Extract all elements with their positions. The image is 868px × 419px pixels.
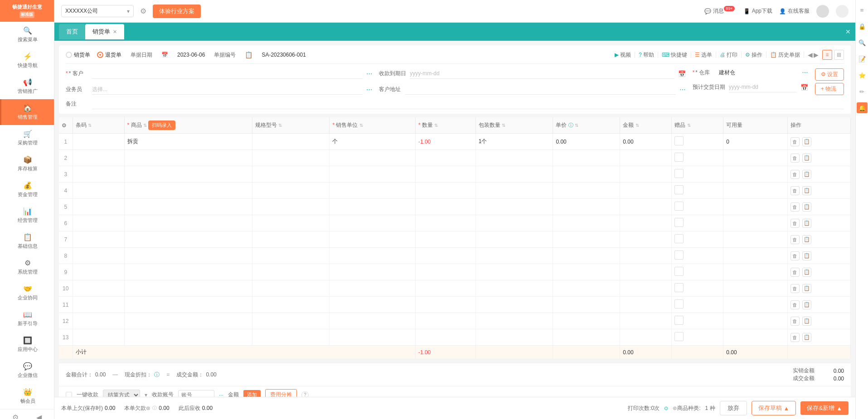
settings-icon[interactable]: ⚙ bbox=[12, 413, 19, 419]
list-view-btn[interactable]: ≡ bbox=[822, 50, 832, 60]
logistics-button[interactable]: + 物流 bbox=[815, 83, 844, 95]
next-btn[interactable]: ▶ bbox=[814, 51, 819, 58]
tab-close-icon[interactable]: ✕ bbox=[113, 29, 117, 35]
delete-row-icon[interactable]: 🗑 bbox=[790, 317, 800, 326]
delete-row-icon[interactable]: 🗑 bbox=[790, 202, 800, 212]
copy-row-icon[interactable]: 📋 bbox=[802, 235, 811, 244]
expected-date-input[interactable] bbox=[729, 82, 797, 92]
due-date-input[interactable] bbox=[410, 68, 674, 79]
scan-button[interactable]: 扫码录入 bbox=[148, 120, 175, 130]
close-all-tabs-icon[interactable]: ✕ bbox=[845, 28, 851, 35]
copy-row-icon[interactable]: 📋 bbox=[802, 202, 811, 212]
settle-method-select[interactable]: 结算方式 bbox=[103, 390, 140, 397]
add-payment-button[interactable]: 添加 bbox=[243, 390, 261, 397]
sidebar-item-quick-nav[interactable]: ⚡ 快捷导航 bbox=[0, 48, 54, 73]
notes-input[interactable] bbox=[92, 99, 844, 109]
delete-row-icon[interactable]: 🗑 bbox=[790, 154, 800, 163]
account-input[interactable] bbox=[178, 390, 214, 397]
sidebar-item-basic[interactable]: 📋 基础信息 bbox=[0, 228, 54, 254]
due-date-calendar-icon[interactable]: 📅 bbox=[678, 70, 686, 77]
right-tool-note-icon[interactable]: 📝 bbox=[857, 53, 868, 64]
col-settings[interactable]: ⚙ bbox=[59, 117, 73, 134]
sidebar-item-guide[interactable]: 📖 新手引导 bbox=[0, 306, 54, 332]
help-btn[interactable]: ? 帮助 bbox=[639, 51, 654, 59]
expense-button[interactable]: 费用分摊 bbox=[265, 389, 297, 397]
copy-row-icon[interactable]: 📋 bbox=[802, 251, 811, 260]
history-btn[interactable]: 📋 历史单据 bbox=[770, 51, 800, 59]
sidebar-item-inventory[interactable]: 📦 库存核算 bbox=[0, 151, 54, 177]
copy-row-icon[interactable]: 📋 bbox=[802, 268, 811, 277]
calendar-icon[interactable]: 📅 bbox=[161, 52, 168, 58]
sidebar-item-member[interactable]: 👑 畅会员 bbox=[0, 383, 54, 409]
sidebar-item-collab[interactable]: 🤝 企业协同 bbox=[0, 280, 54, 306]
sidebar-item-wechat[interactable]: 💬 企业微信 bbox=[0, 357, 54, 383]
tab-sales-order[interactable]: 销货单 ✕ bbox=[85, 24, 124, 39]
user-menu[interactable] bbox=[836, 5, 849, 18]
warehouse-dots-icon[interactable]: ··· bbox=[802, 68, 808, 77]
expense-help-icon[interactable]: ? bbox=[301, 391, 309, 397]
tab-home[interactable]: 首页 bbox=[59, 24, 85, 39]
select-btn[interactable]: ☰ 选单 bbox=[695, 51, 712, 59]
video-btn[interactable]: ▶ 视频 bbox=[615, 51, 631, 59]
right-tool-list-icon[interactable]: ≡ bbox=[857, 5, 868, 15]
sidebar-item-marketing[interactable]: 📢 营销推广 bbox=[0, 73, 54, 99]
copy-row-icon[interactable]: 📋 bbox=[802, 284, 811, 293]
row-barcode[interactable] bbox=[73, 134, 124, 150]
delete-row-icon[interactable]: 🗑 bbox=[790, 333, 800, 342]
sidebar-item-finance[interactable]: 💰 资金管理 bbox=[0, 177, 54, 202]
copy-row-icon[interactable]: 📋 bbox=[802, 317, 811, 326]
operation-btn[interactable]: ⚙ 操作 bbox=[745, 51, 762, 59]
trial-button[interactable]: 体验行业方案 bbox=[153, 5, 201, 18]
row-qty[interactable]: -1.00 bbox=[415, 134, 475, 150]
sidebar-item-search[interactable]: 🔍 搜索菜单 bbox=[0, 22, 54, 48]
delete-row-icon[interactable]: 🗑 bbox=[790, 186, 800, 195]
row-unit[interactable]: 个 bbox=[330, 134, 415, 150]
copy-row-icon[interactable]: 📋 bbox=[802, 186, 811, 195]
salesperson-dots-icon[interactable]: ··· bbox=[366, 86, 372, 94]
addr-dots-icon[interactable]: ··· bbox=[679, 86, 685, 94]
account-dots-icon[interactable]: ··· bbox=[219, 392, 223, 397]
row-pkg-qty[interactable]: 1个 bbox=[475, 134, 553, 150]
row-gift[interactable] bbox=[672, 134, 723, 150]
online-service-button[interactable]: 👤 在线客服 bbox=[779, 7, 810, 15]
radio-sales-order[interactable]: 销货单 bbox=[66, 51, 90, 59]
prev-btn[interactable]: ◀ bbox=[808, 51, 813, 58]
delete-row-icon[interactable]: 🗑 bbox=[790, 251, 800, 260]
row-spec[interactable] bbox=[252, 134, 330, 150]
delete-row-icon[interactable]: 🗑 bbox=[790, 268, 800, 277]
sidebar-item-operations[interactable]: 📊 经营管理 bbox=[0, 202, 54, 228]
right-tool-lock-icon[interactable]: 🔒 bbox=[857, 21, 868, 32]
row-unit-price[interactable]: 0.00 bbox=[553, 134, 620, 150]
company-selector[interactable]: XXXXXX公司 ▾ bbox=[61, 5, 134, 17]
save-draft-button[interactable]: 保存草稿 ▲ bbox=[752, 401, 796, 415]
delete-row-icon[interactable]: 🗑 bbox=[790, 300, 800, 309]
total-owe-help-icon[interactable]: ⓘ bbox=[152, 405, 157, 411]
delete-row-icon[interactable]: 🗑 bbox=[790, 235, 800, 244]
delete-row-icon[interactable]: 🗑 bbox=[790, 137, 800, 146]
delete-row-icon[interactable]: 🗑 bbox=[790, 284, 800, 293]
sidebar-item-system[interactable]: ⚙ 系统管理 bbox=[0, 254, 54, 280]
discard-button[interactable]: 放弃 bbox=[720, 401, 747, 415]
sidebar-item-purchase[interactable]: 🛒 采购管理 bbox=[0, 125, 54, 151]
copy-row-icon[interactable]: 📋 bbox=[802, 154, 811, 163]
copy-row-icon[interactable]: 📋 bbox=[802, 300, 811, 309]
one-click-checkbox[interactable] bbox=[66, 392, 72, 397]
customer-addr-input[interactable] bbox=[405, 84, 676, 95]
settings-gear-icon[interactable]: ⚙ bbox=[138, 5, 148, 17]
right-tool-bell-icon[interactable]: 🔔 bbox=[857, 102, 868, 113]
grid-view-btn[interactable]: ⊞ bbox=[834, 50, 844, 60]
sidebar-item-sales[interactable]: 🏠 销售管理 bbox=[0, 99, 54, 125]
collapse-icon[interactable]: ◀ bbox=[36, 413, 42, 419]
save-new-button[interactable]: 保存&新增 ▲ bbox=[800, 401, 849, 415]
print-btn[interactable]: 🖨 打印 bbox=[720, 51, 737, 59]
copy-row-icon[interactable]: 📋 bbox=[802, 137, 811, 146]
help-icon[interactable]: ⓘ bbox=[154, 371, 160, 379]
avatar[interactable] bbox=[816, 5, 829, 18]
sidebar-item-apps[interactable]: 🔲 应用中心 bbox=[0, 332, 54, 357]
copy-row-icon[interactable]: 📋 bbox=[802, 219, 811, 228]
customer-dots-icon[interactable]: ··· bbox=[366, 70, 372, 78]
row-product[interactable]: 拆贡 bbox=[124, 134, 252, 150]
messages-button[interactable]: 💬 消息 99+ bbox=[704, 7, 736, 15]
right-tool-star-icon[interactable]: ⭐ bbox=[857, 70, 868, 81]
expected-date-calendar-icon[interactable]: 📅 bbox=[800, 84, 808, 91]
